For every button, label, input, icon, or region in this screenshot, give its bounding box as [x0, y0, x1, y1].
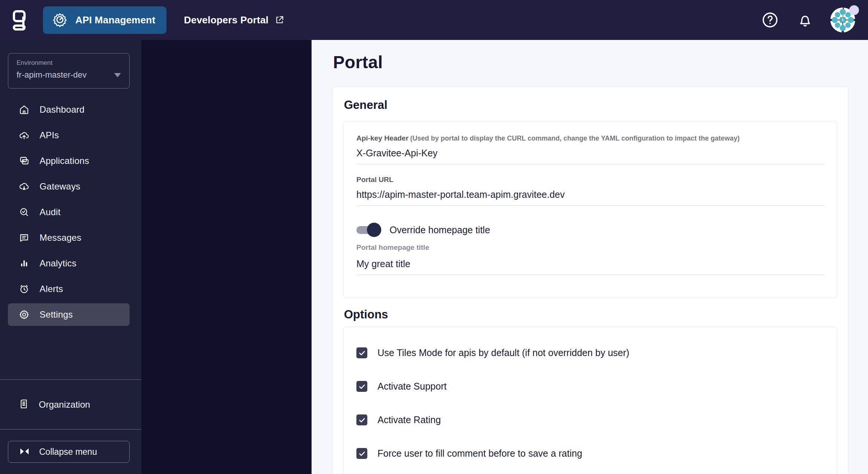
portal-url-label: Portal URL — [356, 176, 393, 183]
bell-icon[interactable] — [796, 11, 814, 29]
main-content: Portal General Api-key Header (Used by p… — [312, 40, 868, 474]
sidebar-nav: Dashboard APIs Applications Gateways — [0, 98, 141, 329]
portal-homepage-title-label: Portal homepage title — [356, 243, 824, 252]
general-fieldset: Api-key Header (Used by portal to displa… — [343, 121, 837, 298]
checkbox-checked-icon — [356, 414, 367, 425]
sidebar-item-analytics[interactable]: Analytics — [8, 252, 130, 275]
options-fieldset: Use Tiles Mode for apis by default (if n… — [343, 327, 837, 474]
apim-gear-icon — [52, 12, 68, 29]
help-icon[interactable] — [761, 11, 779, 29]
portal-url-field: Portal URL https://apim-master-portal.te… — [356, 176, 824, 206]
gravitee-logo-icon — [13, 8, 29, 32]
developers-portal-label: Developers Portal — [184, 14, 269, 26]
apikey-header-label: Api-key Header — [356, 134, 408, 142]
page-title: Portal — [333, 52, 848, 72]
external-link-icon — [275, 15, 284, 25]
portal-homepage-title-input[interactable]: My great title — [356, 258, 824, 275]
checkbox-checked-icon — [356, 381, 367, 392]
topbar-actions — [761, 8, 855, 32]
applications-icon — [18, 155, 30, 167]
sidebar-item-organization[interactable]: Organization — [0, 380, 141, 429]
secondary-panel — [141, 40, 312, 474]
bar-chart-icon — [18, 258, 30, 269]
environment-label: Environment — [17, 59, 122, 67]
portal-url-input[interactable]: https://apim-master-portal.team-apim.gra… — [356, 189, 824, 206]
collapse-menu-button[interactable]: Collapse menu — [8, 441, 130, 463]
override-homepage-toggle[interactable] — [356, 222, 381, 237]
audit-search-check-icon — [18, 206, 30, 218]
organization-icon — [18, 399, 29, 411]
cloud-download-icon — [18, 181, 30, 192]
checkbox-activate-support[interactable]: Activate Support — [356, 381, 824, 392]
sidebar: Environment fr-apim-master-dev Dashboard… — [0, 40, 141, 474]
environment-selector[interactable]: Environment fr-apim-master-dev — [8, 53, 130, 89]
checkbox-activate-rating[interactable]: Activate Rating — [356, 414, 824, 425]
sidebar-bottom: Organization Collapse menu — [0, 379, 141, 474]
override-homepage-toggle-row: Override homepage title — [356, 222, 824, 237]
sidebar-item-settings[interactable]: Settings — [8, 303, 130, 326]
checkbox-force-comment[interactable]: Force user to fill comment before to sav… — [356, 448, 824, 459]
general-heading: General — [344, 98, 837, 112]
developers-portal-link[interactable]: Developers Portal — [184, 14, 284, 26]
sidebar-item-audit[interactable]: Audit — [8, 201, 130, 223]
api-management-label: API Management — [75, 14, 155, 26]
gear-icon — [18, 309, 30, 320]
apikey-header-input[interactable]: X-Gravitee-Api-Key — [356, 148, 824, 164]
apikey-header-field: Api-key Header (Used by portal to displa… — [356, 134, 824, 164]
api-management-button[interactable]: API Management — [43, 6, 167, 34]
user-avatar[interactable] — [830, 8, 855, 32]
sidebar-item-alerts[interactable]: Alerts — [8, 278, 130, 300]
chevron-down-icon — [114, 73, 121, 77]
sidebar-item-gateways[interactable]: Gateways — [8, 175, 130, 198]
sidebar-item-apis[interactable]: APIs — [8, 124, 130, 147]
home-icon — [18, 104, 30, 115]
portal-settings-card: General Api-key Header (Used by portal t… — [332, 87, 848, 474]
collapse-icon — [19, 447, 30, 457]
cloud-upload-icon — [18, 130, 30, 141]
avatar-status-badge — [849, 5, 859, 15]
message-icon — [18, 232, 30, 243]
apikey-header-hint: (Used by portal to display the CURL comm… — [410, 135, 740, 142]
alarm-clock-icon — [18, 283, 30, 295]
override-homepage-toggle-label: Override homepage title — [390, 225, 490, 235]
options-heading: Options — [344, 308, 837, 321]
sidebar-item-messages[interactable]: Messages — [8, 226, 130, 249]
checkbox-checked-icon — [356, 448, 367, 459]
checkbox-tiles-mode[interactable]: Use Tiles Mode for apis by default (if n… — [356, 347, 824, 358]
sidebar-item-dashboard[interactable]: Dashboard — [8, 98, 130, 121]
checkbox-checked-icon — [356, 347, 367, 358]
app-window: API Management Developers Portal — [0, 0, 868, 474]
top-bar: API Management Developers Portal — [0, 0, 868, 40]
sidebar-item-applications[interactable]: Applications — [8, 150, 130, 172]
environment-value: fr-apim-master-dev — [17, 70, 87, 80]
